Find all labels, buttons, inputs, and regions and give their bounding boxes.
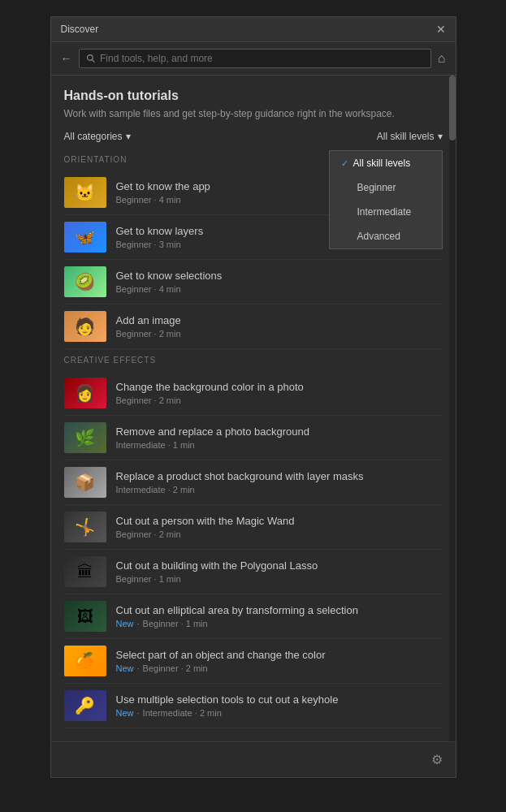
tutorial-meta: Beginner · 2 min	[116, 329, 443, 339]
close-button[interactable]: ✕	[436, 24, 446, 35]
scrollbar-thumb[interactable]	[449, 76, 456, 140]
search-icon	[86, 54, 96, 63]
tutorial-info: Use multiple selection tools to cut out …	[116, 693, 443, 718]
tutorial-meta-text: Beginner · 4 min	[116, 195, 181, 205]
tutorial-thumbnail: 🥝	[64, 266, 106, 297]
tutorial-thumbnail: 🍊	[64, 646, 106, 676]
tutorial-info: Cut out an elliptical area by transformi…	[116, 604, 443, 628]
tutorial-info: Get to know selectionsBeginner · 4 min	[116, 270, 443, 294]
tutorial-title: Use multiple selection tools to cut out …	[116, 693, 443, 706]
tutorial-item-12[interactable]: 🔑Use multiple selection tools to cut out…	[64, 684, 443, 728]
tutorial-item-4[interactable]: 🧑Add an imageBeginner · 2 min	[64, 304, 443, 349]
svg-line-1	[92, 60, 94, 63]
tutorial-item-9[interactable]: 🏛Cut out a building with the Polygonal L…	[64, 550, 443, 594]
tutorial-meta-text: Beginner · 3 min	[116, 240, 181, 249]
tutorial-info: Cut out a person with the Magic WandBegi…	[116, 515, 443, 539]
tutorial-meta: New·Beginner · 2 min	[116, 663, 443, 673]
tutorial-meta: Beginner · 1 min	[116, 574, 443, 584]
tutorial-item-6[interactable]: 🌿Remove and replace a photo backgroundIn…	[64, 416, 443, 460]
filters-bar: All categories ▾ All skill levels ▾ ✓ Al…	[64, 131, 443, 142]
tutorial-meta-text: Intermediate · 2 min	[116, 485, 195, 495]
dropdown-item-all[interactable]: ✓ All skill levels	[330, 151, 442, 175]
tutorial-title: Remove and replace a photo background	[116, 425, 443, 438]
tutorial-meta-text: Intermediate · 2 min	[143, 708, 222, 718]
dropdown-item-intermediate[interactable]: Intermediate	[330, 200, 442, 224]
tutorial-info: Replace a product shot background with l…	[116, 470, 443, 495]
tutorial-title: Add an image	[116, 314, 443, 326]
tutorial-meta: Beginner · 4 min	[116, 284, 443, 294]
tutorial-title: Change the background color in a photo	[116, 381, 443, 393]
tutorial-thumbnail: 🏛	[64, 556, 106, 587]
page-title: Hands-on tutorials	[64, 89, 443, 103]
page-description: Work with sample files and get step-by-s…	[64, 108, 443, 119]
tutorial-meta-text: Beginner · 1 min	[143, 619, 208, 628]
toolbar: ← ⌂	[51, 42, 456, 76]
tutorial-info: Change the background color in a photoBe…	[116, 381, 443, 405]
tutorial-meta: New·Intermediate · 2 min	[116, 708, 443, 718]
home-button[interactable]: ⌂	[438, 51, 446, 66]
tutorial-meta-text: Beginner · 4 min	[116, 284, 181, 294]
tutorial-meta-text: Beginner · 2 min	[116, 529, 181, 539]
tutorial-thumbnail: 🤸	[64, 512, 106, 542]
tutorial-title: Cut out an elliptical area by transformi…	[116, 604, 443, 616]
tutorial-thumbnail: 🐱	[64, 177, 106, 208]
tutorial-title: Cut out a building with the Polygonal La…	[116, 559, 443, 572]
tutorial-item-5[interactable]: 👩Change the background color in a photoB…	[64, 371, 443, 416]
separator: ·	[137, 708, 140, 718]
tutorial-item-11[interactable]: 🍊Select part of an object and change the…	[64, 639, 443, 684]
content-area: Hands-on tutorials Work with sample file…	[51, 76, 456, 741]
tutorial-item-3[interactable]: 🥝Get to know selectionsBeginner · 4 min	[64, 260, 443, 304]
tutorial-info: Select part of an object and change the …	[116, 649, 443, 673]
tutorial-title: Replace a product shot background with l…	[116, 470, 443, 482]
tutorial-title: Get to know selections	[116, 270, 443, 282]
tutorial-meta: Beginner · 2 min	[116, 395, 443, 405]
svg-point-0	[87, 55, 93, 61]
tutorial-meta-text: Beginner · 2 min	[143, 663, 208, 673]
new-badge: New	[116, 619, 134, 628]
skill-filter-container: All skill levels ▾ ✓ All skill levels Be…	[377, 131, 443, 142]
scrollbar-track[interactable]	[449, 76, 456, 741]
skill-filter[interactable]: All skill levels ▾	[377, 131, 443, 142]
dropdown-item-beginner[interactable]: Beginner	[330, 175, 442, 200]
section-creative-effects: CREATIVE EFFECTS👩Change the background c…	[64, 356, 443, 728]
section-label: CREATIVE EFFECTS	[64, 356, 443, 365]
tutorial-thumbnail: 👩	[64, 378, 106, 408]
categories-filter[interactable]: All categories ▾	[64, 131, 131, 142]
tutorial-meta-text: Beginner · 1 min	[116, 574, 181, 584]
tutorial-info: Add an imageBeginner · 2 min	[116, 314, 443, 339]
tutorial-thumbnail: 🖼	[64, 601, 106, 632]
tutorial-meta: Intermediate · 2 min	[116, 485, 443, 495]
settings-button[interactable]: ⚙	[425, 745, 449, 774]
back-button[interactable]: ←	[61, 52, 72, 65]
search-input[interactable]	[100, 53, 424, 64]
tutorial-meta-text: Beginner · 2 min	[116, 329, 181, 339]
tutorial-thumbnail: 🌿	[64, 422, 106, 453]
tutorial-item-8[interactable]: 🤸Cut out a person with the Magic WandBeg…	[64, 505, 443, 550]
tutorial-meta-text: Intermediate · 1 min	[116, 440, 195, 450]
bottom-bar: ⚙	[51, 741, 456, 777]
separator: ·	[137, 663, 140, 673]
tutorial-meta: Intermediate · 1 min	[116, 440, 443, 450]
search-bar[interactable]	[79, 49, 431, 68]
check-icon: ✓	[341, 158, 348, 169]
tutorial-title: Cut out a person with the Magic Wand	[116, 515, 443, 527]
new-badge: New	[116, 708, 134, 718]
tutorial-thumbnail: 🧑	[64, 311, 106, 342]
skill-dropdown: ✓ All skill levels Beginner Intermediate…	[329, 150, 443, 249]
new-badge: New	[116, 663, 134, 673]
tutorial-thumbnail: 🔑	[64, 690, 106, 721]
discover-window: Discover ✕ ← ⌂ Hands-on tutorials Work w…	[50, 16, 456, 778]
tutorial-meta-text: Beginner · 2 min	[116, 395, 181, 405]
tutorial-meta: Beginner · 2 min	[116, 529, 443, 539]
tutorial-info: Remove and replace a photo backgroundInt…	[116, 425, 443, 450]
tutorial-info: Cut out a building with the Polygonal La…	[116, 559, 443, 584]
tutorial-thumbnail: 🦋	[64, 222, 106, 253]
tutorial-title: Select part of an object and change the …	[116, 649, 443, 661]
tutorial-item-7[interactable]: 📦Replace a product shot background with …	[64, 460, 443, 505]
tutorial-meta: New·Beginner · 1 min	[116, 619, 443, 628]
dropdown-item-advanced[interactable]: Advanced	[330, 224, 442, 248]
tutorial-item-10[interactable]: 🖼Cut out an elliptical area by transform…	[64, 594, 443, 639]
window-title: Discover	[61, 24, 99, 35]
tutorial-thumbnail: 📦	[64, 467, 106, 498]
title-bar: Discover ✕	[51, 17, 456, 42]
